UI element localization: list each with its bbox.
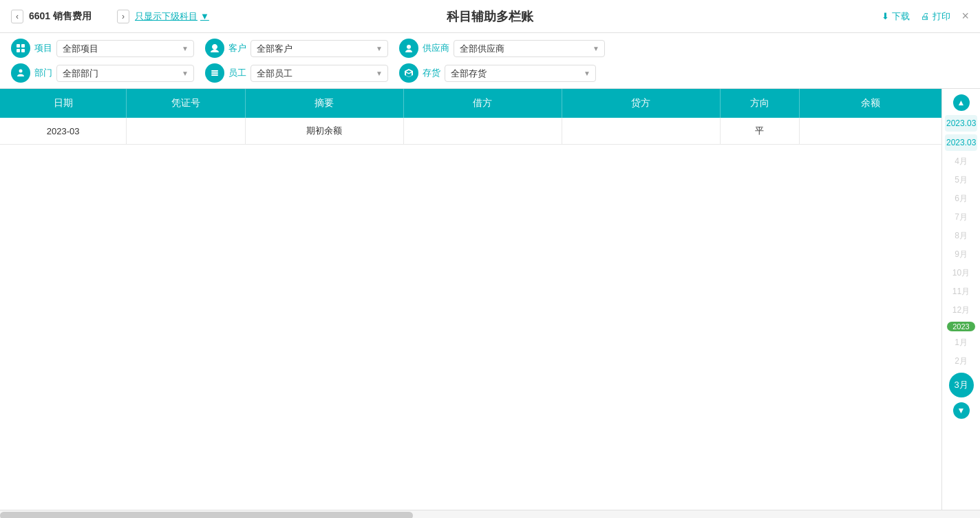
timeline-header-1[interactable]: 2023.03 [945,115,977,132]
supplier-select-wrapper: 全部供应商 [454,40,605,57]
timeline-selected-month[interactable]: 3月 [949,373,974,397]
svg-point-5 [19,70,23,73]
inventory-select[interactable]: 全部存货 [445,65,596,82]
cell-summary: 期初余额 [245,118,403,145]
svg-rect-2 [17,49,20,52]
col-date-header: 日期 [0,89,127,118]
title-bar-right: ⬇ 下载 🖨 打印 × [882,9,969,23]
cell-balance [799,118,941,145]
filter-department: 部门 全部部门 [11,63,194,83]
svg-point-4 [407,45,411,49]
filter-project: 项目 全部项目 [11,39,194,58]
inventory-icon [399,63,418,83]
table-header-row: 日期 凭证号 摘要 借方 贷方 方向 余额 [0,89,941,118]
cell-debit [403,118,562,145]
timeline-month-7[interactable]: 7月 [942,208,980,227]
department-select-wrapper: 全部部门 [56,65,194,82]
svg-rect-6 [211,70,218,72]
svg-rect-8 [211,74,218,76]
filter-row-1: 项目 全部项目 客户 全部客户 [11,39,969,58]
ledger-table: 日期 凭证号 摘要 借方 贷方 方向 余额 2023-03 期初余额 [0,89,941,145]
timeline-month-8[interactable]: 8月 [942,227,980,245]
cell-voucher [127,118,245,145]
cell-direction: 平 [720,118,799,145]
supplier-label: 供应商 [423,42,449,54]
timeline-down-button[interactable]: ▼ [953,402,970,419]
filter-area: 项目 全部项目 客户 全部客户 [0,33,980,89]
col-voucher-header: 凭证号 [127,89,245,118]
print-button[interactable]: 🖨 打印 [921,10,950,23]
timeline-month-2[interactable]: 2月 [942,352,980,371]
timeline-sidebar: ▲ 2023.03 2023.03 4月 5月 6月 7月 8月 9月 10月 … [941,89,980,510]
department-select[interactable]: 全部部门 [56,65,194,82]
filter-customer: 客户 全部客户 [205,39,388,58]
project-label: 项目 [34,42,52,54]
filter-inventory: 存货 全部存货 [399,63,596,83]
customer-icon [205,39,224,58]
project-select-wrapper: 全部项目 [56,40,194,57]
prev-account-button[interactable]: ‹ [11,10,23,23]
department-label: 部门 [34,67,52,79]
customer-label: 客户 [228,42,246,54]
timeline-month-1[interactable]: 1月 [942,333,980,352]
page-title: 科目辅助多栏账 [447,8,533,25]
timeline-month-10[interactable]: 10月 [942,264,980,282]
main-area: 日期 凭证号 摘要 借方 贷方 方向 余额 2023-03 期初余额 [0,89,980,510]
year-badge[interactable]: 2023 [947,322,974,331]
timeline-header-2[interactable]: 2023.03 [945,134,977,151]
col-credit-header: 贷方 [562,89,720,118]
cell-credit [562,118,720,145]
timeline-month-5[interactable]: 5月 [942,171,980,189]
svg-rect-3 [21,49,25,52]
inventory-select-wrapper: 全部存货 [445,65,596,82]
col-summary-header: 摘要 [245,89,403,118]
col-direction-header: 方向 [720,89,799,118]
title-bar: ‹ 6601 销售费用 › 只显示下级科目 ▼ 科目辅助多栏账 ⬇ 下载 🖨 打… [0,0,980,33]
employee-icon [205,63,224,83]
supplier-select[interactable]: 全部供应商 [454,40,605,57]
timeline-up-button[interactable]: ▲ [953,94,970,111]
timeline-month-9[interactable]: 9月 [942,245,980,264]
table-row: 2023-03 期初余额 平 [0,118,941,145]
department-icon [11,63,30,83]
main-window: ‹ 6601 销售费用 › 只显示下级科目 ▼ 科目辅助多栏账 ⬇ 下载 🖨 打… [0,0,980,518]
svg-rect-1 [21,44,25,48]
timeline-month-4[interactable]: 4月 [942,152,980,171]
timeline-month-11[interactable]: 11月 [942,282,980,301]
download-button[interactable]: ⬇ 下载 [882,10,910,23]
col-balance-header: 余额 [799,89,941,118]
bottom-scrollbar[interactable] [0,510,980,518]
download-icon: ⬇ [882,11,889,21]
customer-select-wrapper: 全部客户 [251,40,388,57]
employee-select-wrapper: 全部员工 [251,65,388,82]
show-sub-account-toggle[interactable]: 只显示下级科目 ▼ [135,10,209,23]
next-account-button[interactable]: › [117,10,129,23]
customer-select[interactable]: 全部客户 [251,40,388,57]
print-icon: 🖨 [921,11,930,21]
project-select[interactable]: 全部项目 [56,40,194,57]
svg-rect-7 [211,72,218,74]
filter-row-2: 部门 全部部门 员工 [11,63,969,83]
supplier-icon [399,39,418,58]
filter-supplier: 供应商 全部供应商 [399,39,605,58]
timeline-month-6[interactable]: 6月 [942,189,980,208]
account-code-name: 6601 销售费用 [29,10,111,23]
col-debit-header: 借方 [403,89,562,118]
close-button[interactable]: × [961,9,969,23]
filter-employee: 员工 全部员工 [205,63,388,83]
project-icon [11,39,30,58]
cell-date: 2023-03 [0,118,127,145]
employee-select[interactable]: 全部员工 [251,65,388,82]
employee-label: 员工 [228,67,246,79]
table-container[interactable]: 日期 凭证号 摘要 借方 贷方 方向 余额 2023-03 期初余额 [0,89,941,510]
svg-rect-0 [17,44,20,48]
title-bar-left: ‹ 6601 销售费用 › 只显示下级科目 ▼ [11,10,209,23]
inventory-label: 存货 [423,67,440,79]
timeline-month-12[interactable]: 12月 [942,301,980,320]
